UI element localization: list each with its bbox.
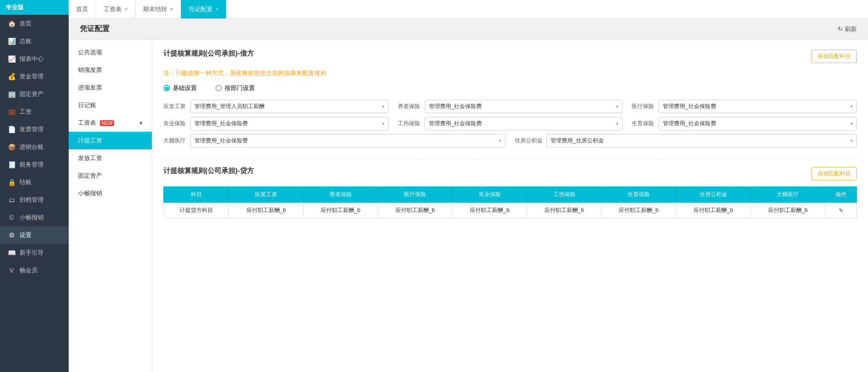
tab-home[interactable]: 首页 (69, 0, 96, 19)
sidebar-item-purchase-sales[interactable]: 📦 进销台账 (0, 138, 69, 156)
left-menu: 公共选项 销项发票 进项发票 日记账 工资表 NEW ▾ 计提工资 (69, 40, 152, 372)
credit-table: 科目 应发工资 养老保险 医疗保险 失业保险 工伤保险 生育保险 住房公积金 大… (163, 186, 857, 218)
page-header: 凭证配置 ↻ 刷新 (69, 19, 868, 40)
col-pension: 养老保险 (303, 187, 378, 203)
select-major-medical[interactable]: 管理费用_社会保险费 ▾ (190, 134, 505, 148)
tab-voucher-config[interactable]: 凭证配置 × (181, 0, 227, 19)
sidebar-item-guide[interactable]: 📖 新手引导 (0, 244, 69, 262)
debit-fields-row2: 失业保险 管理费用_社会保险费 ▾ 工伤保险 管理费用_社会保险费 ▾ (163, 117, 857, 130)
mini-expense-icon: © (7, 214, 16, 221)
col-maternity: 生育保险 (602, 187, 676, 203)
select-payable-salary[interactable]: 管理费用_管理人员职工薪酬 ▾ (190, 100, 389, 113)
field-medical: 医疗保险 管理费用_社会保险费 ▾ (632, 100, 857, 113)
sidebar-label-gl: 总账 (19, 37, 32, 45)
cell-unemployment: 应付职工薪酬_b (453, 203, 527, 218)
label-unemployment: 失业保险 (163, 120, 187, 128)
sidebar-item-invoice[interactable]: 📄 发票管理 (0, 121, 69, 138)
dropdown-arrow-5: ▾ (616, 121, 618, 126)
new-badge: NEW (100, 120, 114, 126)
cell-pension: 应付职工薪酬_b (303, 203, 378, 218)
dropdown-arrow-3: ▾ (850, 104, 853, 109)
select-payable-salary-value: 管理费用_管理人员职工薪酬 (194, 103, 380, 110)
sidebar-item-fixed-assets[interactable]: 🏢 固定资产 (0, 85, 69, 103)
sidebar-item-tax[interactable]: 🧾 税务管理 (0, 156, 69, 173)
radio-basic[interactable]: 基础设置 (163, 84, 197, 92)
section-divider (163, 159, 857, 159)
select-medical[interactable]: 管理费用_社会保险费 ▾ (659, 100, 857, 113)
sidebar-item-close[interactable]: 🔒 结账 (0, 173, 69, 191)
reports-icon: 📈 (7, 55, 16, 63)
menu-item-public-options[interactable]: 公共选项 (69, 44, 152, 61)
label-major-medical: 大额医疗 (163, 137, 187, 145)
cell-operation[interactable]: ✎ (825, 203, 857, 218)
home-icon: 🏠 (7, 20, 16, 27)
select-maternity[interactable]: 管理费用_社会保险费 ▾ (659, 117, 857, 130)
menu-item-salary-payment[interactable]: 发放工资 (69, 149, 152, 167)
menu-item-salary-sheet[interactable]: 工资表 NEW ▾ (69, 114, 152, 132)
debit-notice: 注：只能选择一种方式，系统将按照您当前的选择来配置规则 (163, 69, 857, 77)
tax-icon: 🧾 (7, 161, 16, 168)
guide-icon: 📖 (7, 249, 16, 257)
sidebar-item-fund[interactable]: 💰 资金管理 (0, 68, 69, 85)
sidebar-label-reports: 报表中心 (19, 55, 44, 63)
select-housing-fund[interactable]: 管理费用_住房公积金 ▾ (546, 134, 857, 148)
purchase-sales-icon: 📦 (7, 143, 16, 151)
dropdown-arrow-2: ▾ (616, 104, 618, 109)
select-pension[interactable]: 管理费用_社会保险费 ▾ (425, 100, 623, 113)
sidebar-item-reports[interactable]: 📈 报表中心 (0, 50, 69, 68)
credit-auto-match-button[interactable]: 自动匹配科目 (811, 167, 857, 180)
radio-dept[interactable]: 按部门设置 (215, 84, 255, 92)
col-subject: 科目 (164, 187, 229, 203)
select-maternity-value: 管理费用_社会保险费 (663, 120, 849, 128)
close-period-icon: 🔒 (7, 179, 16, 186)
col-housing-fund: 住房公积金 (676, 187, 751, 203)
tab-voucher-close[interactable]: × (215, 6, 219, 13)
radio-basic-circle (163, 85, 170, 91)
refresh-button[interactable]: ↻ 刷新 (838, 25, 857, 33)
menu-item-purchase-invoice[interactable]: 进项发票 (69, 79, 152, 96)
sidebar-label-home: 首页 (19, 19, 32, 28)
tab-period-close-btn[interactable]: × (170, 6, 173, 13)
tab-salary-sheet[interactable]: 工资表 × (96, 0, 136, 19)
debit-auto-match-button[interactable]: 自动匹配科目 (811, 50, 857, 63)
tab-salary-close[interactable]: × (124, 6, 128, 13)
sidebar-label-close: 结账 (19, 178, 32, 186)
menu-item-mini-expense-menu[interactable]: 小畅报销 (69, 185, 152, 202)
credit-section-header: 计提核算规则(公司承担)-贷方 自动匹配科目 (163, 167, 857, 181)
debit-radio-group: 基础设置 按部门设置 (163, 84, 857, 92)
label-pension: 养老保险 (398, 103, 421, 110)
app-logo: 专业版 (0, 0, 69, 15)
ledger-icon: 📊 (7, 38, 16, 45)
main-area: 首页 工资表 × 期末结转 × 凭证配置 × 凭证配置 ↻ 刷新 公共选项 (69, 0, 868, 372)
sidebar-item-settings[interactable]: ⚙ 设置 (0, 226, 69, 244)
page-title: 凭证配置 (80, 24, 110, 34)
sidebar-item-general-ledger[interactable]: 📊 总账 (0, 32, 69, 50)
refresh-icon: ↻ (838, 26, 843, 32)
menu-item-fixed-assets-menu[interactable]: 固定资产 (69, 167, 152, 185)
sidebar-item-mini-expense[interactable]: © 小畅报销 (0, 209, 69, 226)
sidebar-label-me: 小畅报销 (19, 213, 44, 222)
select-unemployment[interactable]: 管理费用_社会保险费 ▾ (190, 117, 389, 130)
cell-housing-fund: 应付职工薪酬_b (676, 203, 751, 218)
field-unemployment: 失业保险 管理费用_社会保险费 ▾ (163, 117, 389, 130)
debit-fields-row3: 大额医疗 管理费用_社会保险费 ▾ 住房公积金 管理费用_住房公积金 ▾ (163, 134, 857, 148)
sidebar-item-archive[interactable]: 🗂 归档管理 (0, 191, 69, 209)
menu-item-payroll-accrual[interactable]: 计提工资 (69, 132, 152, 149)
field-housing-fund: 住房公积金 管理费用_住房公积金 ▾ (515, 134, 857, 148)
sidebar-item-home[interactable]: 🏠 首页 (0, 15, 69, 32)
sidebar-label-vip: 畅会员 (19, 266, 38, 275)
select-work-injury[interactable]: 管理费用_社会保险费 ▾ (425, 117, 623, 130)
menu-item-journal[interactable]: 日记账 (69, 96, 152, 114)
dropdown-arrow-8: ▾ (850, 138, 853, 143)
label-medical: 医疗保险 (632, 103, 655, 110)
dropdown-arrow-6: ▾ (850, 121, 853, 126)
dropdown-arrow-7: ▾ (499, 138, 501, 143)
debit-section: 计提核算规则(公司承担)-借方 自动匹配科目 注：只能选择一种方式，系统将按照您… (163, 49, 857, 148)
tab-period-close[interactable]: 期末结转 × (136, 0, 181, 19)
menu-item-sales-invoice[interactable]: 销项发票 (69, 61, 152, 79)
select-pension-value: 管理费用_社会保险费 (429, 103, 615, 110)
radio-dept-circle (215, 85, 222, 91)
select-major-medical-value: 管理费用_社会保险费 (194, 137, 497, 145)
sidebar-item-salary[interactable]: 💼 工资 (0, 103, 69, 121)
sidebar-item-vip[interactable]: V 畅会员 (0, 262, 69, 279)
